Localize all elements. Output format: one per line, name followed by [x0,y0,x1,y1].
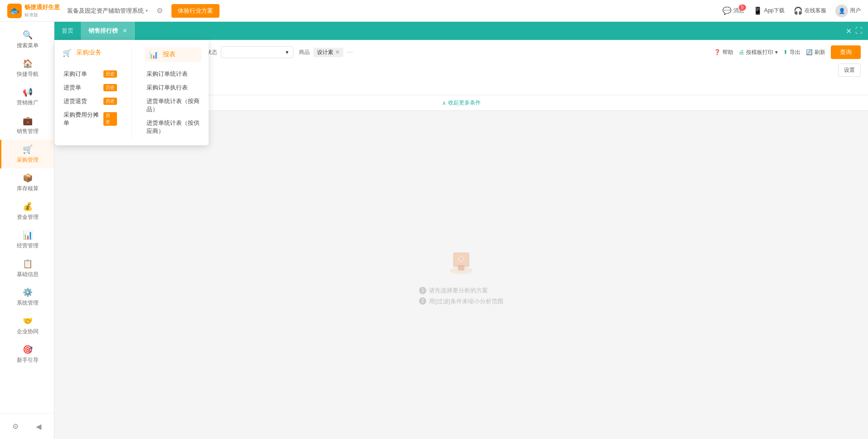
sidebar-item-label: 系统管理 [17,299,39,307]
setting-btn[interactable]: 设置 [838,64,861,77]
sidebar-item-basic-info[interactable]: 📋 基础信息 [0,254,54,283]
headset-icon: 🎧 [794,6,803,15]
sidebar-item-label: 销售管理 [17,128,39,135]
enterprise-icon: 🤝 [23,316,33,326]
online-service-btn[interactable]: 🎧 在线客服 [794,6,826,15]
purchase-col-title: 采购业务 [76,49,102,57]
sidebar-item-search[interactable]: 🔍 搜索菜单 [0,25,54,54]
sidebar-collapse-btn[interactable]: ◀ [31,419,46,434]
system-title-arrow[interactable]: ▾ [146,8,148,13]
voucher-status-select[interactable]: ▾ [221,46,293,58]
logo-main: 畅捷通好生意 [24,3,60,11]
menu-item-po-exec[interactable]: 采购订单执行表 [145,81,202,94]
hist-badge-1: 历史 [103,84,117,91]
sidebar-settings-btn[interactable]: ⚙ [8,419,23,434]
query-btn[interactable]: 查询 [831,45,861,59]
sidebar-item-label: 资金管理 [17,213,39,221]
hist-badge-3: 历史 [103,112,117,126]
logo-sub: 标准版 [24,12,60,18]
sidebar-item-quick-nav[interactable]: 🏠 快捷导航 [0,54,54,83]
menu-divider [132,47,132,138]
menu-item-goods-return[interactable]: 进货退货 历史 [62,94,119,108]
sidebar-item-enterprise[interactable]: 🤝 企业协同 [0,311,54,340]
empty-illustration [443,243,479,280]
sidebar-item-operations[interactable]: 📊 经营管理 [0,226,54,254]
goods-dots[interactable]: ··· [347,48,353,56]
purchase-dropdown-menu: 🛒 采购业务 采购订单 历史 进货单 历史 进货退货 历史 采购费用分摊单 历史… [54,40,209,145]
phone-icon: 📱 [753,6,762,15]
sidebar-item-label: 基础信息 [17,271,39,278]
app-download-btn[interactable]: 📱 App下载 [753,6,785,15]
goods-group: 商品 设计素 ✕ ··· [299,48,353,57]
header-settings-btn[interactable]: ⚙ [153,5,166,17]
sidebar-item-guide[interactable]: 🎯 新手引导 [0,340,54,369]
goods-tag: 设计素 ✕ [313,48,343,57]
print-arrow: ▾ [775,49,778,55]
top-header: 🐟 畅捷通好生意 标准版 装备及固定资产辅助管理系统 ▾ ⚙ 体验行业方案 💬 … [0,0,868,22]
sidebar-item-label: 快捷导航 [17,70,39,78]
avatar: 👤 [835,5,848,17]
menu-item-po-stat[interactable]: 采购订单统计表 [145,67,202,81]
empty-text: 1 请先选择要分析的方案 2 用[过滤]条件来缩小分析范围 [419,285,503,306]
tab-controls: ✕ ⛶ [840,27,868,35]
bell-icon: 💬 [722,6,731,15]
header-left: 🐟 畅捷通好生意 标准版 装备及固定资产辅助管理系统 ▾ ⚙ 体验行业方案 [7,3,219,18]
guide-icon: 🎯 [23,345,33,355]
tab-maximize-icon[interactable]: ⛶ [855,27,863,35]
print-btn[interactable]: 🖨 按模板打印 ▾ [739,49,778,56]
collapse-btn[interactable]: ∧ 收起更多条件 [442,99,481,107]
sales-icon: 💼 [23,116,33,126]
voucher-status-arrow: ▾ [286,49,288,55]
export-btn[interactable]: ⬆ 导出 [783,49,800,56]
sidebar-item-capital[interactable]: 💰 资金管理 [0,197,54,226]
sidebar-bottom: ⚙ ◀ [0,413,54,439]
menu-item-goods-receipt[interactable]: 进货单 历史 [62,81,119,94]
tab-bar: 首页 销售排行榜 ✕ ✕ ⛶ [54,22,868,40]
refresh-icon: 🔄 [806,49,813,55]
tab-close-icon[interactable]: ✕ [122,28,127,34]
menu-item-goods-by-product[interactable]: 进货单统计表（按商品） [145,94,202,116]
user-btn[interactable]: 👤 用户 [835,5,861,17]
tab-sales-rank[interactable]: 销售排行榜 ✕ [81,22,135,40]
collapse-arrow-icon: ∧ [442,100,446,106]
sidebar-item-purchase[interactable]: 🛒 采购管理 [0,140,54,168]
sidebar-item-inventory[interactable]: 📦 库存核算 [0,168,54,197]
logo-icon: 🐟 [7,4,22,18]
notification-badge: 9 [739,5,746,10]
industry-btn[interactable]: 体验行业方案 [171,4,219,18]
help-icon: ❓ [714,49,721,55]
goods-tag-close[interactable]: ✕ [335,49,340,55]
report-col-icon: 📊 [148,49,159,60]
menu-item-purchase-expense[interactable]: 采购费用分摊单 历史 [62,108,119,130]
svg-rect-6 [458,265,464,271]
logo-area: 🐟 畅捷通好生意 标准版 [7,3,62,18]
tab-sales-rank-label: 销售排行榜 [88,27,118,35]
capital-icon: 💰 [23,202,33,212]
notification-btn[interactable]: 💬 消息 9 [722,6,744,15]
header-right: 💬 消息 9 📱 App下载 🎧 在线客服 👤 用户 [722,5,861,17]
voucher-status-group: 单据状态 ▾ [195,46,293,58]
export-icon: ⬆ [783,49,788,55]
sidebar-item-marketing[interactable]: 📢 营销推广 [0,83,54,111]
sidebar-item-label: 采购管理 [17,156,39,164]
menu-item-purchase-order[interactable]: 采购订单 历史 [62,67,119,81]
menu-column-purchase-business: 🛒 采购业务 采购订单 历史 进货单 历史 进货退货 历史 采购费用分摊单 历史 [62,47,119,138]
hist-badge-0: 历史 [103,70,117,78]
sidebar: 🔍 搜索菜单 🏠 快捷导航 📢 营销推广 💼 销售管理 🛒 采购管理 📦 库存核… [0,22,54,439]
system-title: 装备及固定资产辅助管理系统 ▾ [67,7,148,15]
purchase-col-icon: 🛒 [62,47,73,58]
print-icon: 🖨 [739,49,744,55]
sidebar-item-label: 搜索菜单 [17,42,39,49]
help-btn[interactable]: ❓ 帮助 [714,49,733,56]
sidebar-item-sales[interactable]: 💼 销售管理 [0,111,54,140]
marketing-icon: 📢 [23,87,33,97]
refresh-btn[interactable]: 🔄 刷新 [806,49,825,56]
search-icon: 🔍 [23,30,33,40]
basic-info-icon: 📋 [23,259,33,269]
tab-close-all-icon[interactable]: ✕ [846,27,852,35]
toolbar-right: ❓ 帮助 🖨 按模板打印 ▾ ⬆ 导出 🔄 刷新 [714,45,861,59]
tab-home[interactable]: 首页 [54,22,81,40]
inventory-icon: 📦 [23,173,33,183]
sidebar-item-system[interactable]: ⚙️ 系统管理 [0,283,54,311]
menu-item-goods-by-supplier[interactable]: 进货单统计表（按供应商） [145,116,202,138]
